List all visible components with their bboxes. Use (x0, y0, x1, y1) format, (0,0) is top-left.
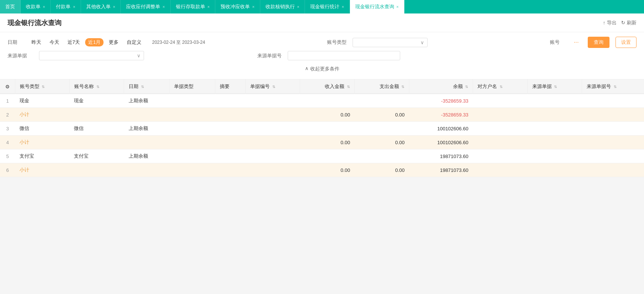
nav-other-income[interactable]: 其他收入单 × (81, 0, 121, 13)
date-cell (124, 108, 170, 122)
row-num-cell: 3 (0, 122, 15, 136)
close-icon[interactable]: × (162, 4, 165, 9)
date-7days[interactable]: 近7天 (65, 38, 83, 46)
source-doc-no-cell (582, 136, 644, 149)
export-icon: ↑ (603, 20, 606, 25)
gear-icon: ⚙ (5, 84, 10, 90)
col-settings[interactable]: ⚙ (0, 79, 15, 94)
collapse-bar[interactable]: ∧ 收起更多条件 (8, 63, 636, 75)
close-icon[interactable]: × (342, 4, 344, 9)
filter-row-1: 日期 昨天 今天 近7天 近1月 更多 自定义 2023-02-24 至 202… (8, 37, 636, 48)
close-icon[interactable]: × (73, 4, 75, 9)
nav-home[interactable]: 首页 (0, 0, 21, 13)
close-icon[interactable]: × (43, 4, 45, 9)
account-name-cell (69, 163, 124, 177)
refresh-button[interactable]: ↻ 刷新 (621, 19, 636, 26)
row-num-cell: 2 (0, 108, 15, 122)
col-income[interactable]: 收入金额 ⇅ (300, 79, 354, 94)
col-expense[interactable]: 支出金额 ⇅ (354, 79, 409, 94)
source-doc-label: 来源单据 (8, 52, 27, 59)
col-source-doc-no[interactable]: 来源单据号 ⇅ (582, 79, 644, 94)
filter-area: 日期 昨天 今天 近7天 近1月 更多 自定义 2023-02-24 至 202… (0, 32, 644, 79)
close-icon[interactable]: × (297, 4, 299, 9)
col-counterparty[interactable]: 对方户名 ⇅ (473, 79, 527, 94)
col-summary[interactable]: 摘要 (215, 79, 246, 94)
sort-icon: ⇅ (141, 85, 144, 89)
export-button[interactable]: ↑ 导出 (603, 19, 617, 26)
close-icon[interactable]: × (207, 4, 210, 9)
source-doc-cell (527, 94, 582, 108)
expense-cell: 0.00 (354, 136, 409, 149)
source-doc-select[interactable]: ∨ (39, 51, 144, 60)
account-type-select[interactable]: ∨ (353, 38, 428, 47)
date-cell (124, 163, 170, 177)
source-doc-cell (527, 122, 582, 136)
nav-receipt[interactable]: 收款单 × (21, 0, 51, 13)
refresh-icon: ↻ (621, 20, 625, 25)
date-custom[interactable]: 自定义 (124, 38, 144, 46)
account-name-cell: 支付宝 (69, 149, 124, 163)
date-yesterday[interactable]: 昨天 (29, 38, 44, 46)
counterparty-cell (473, 149, 527, 163)
col-account-name[interactable]: 账号名称 ⇅ (69, 79, 124, 94)
page-header: 现金银行流水查询 ↑ 导出 ↻ 刷新 (0, 13, 644, 32)
doc-type-cell (169, 149, 215, 163)
table-header: ⚙ 账号类型 ⇅ 账号名称 ⇅ 日期 ⇅ 单据类型 摘要 (0, 79, 644, 94)
sort-icon: ⇅ (500, 85, 503, 89)
settings-button[interactable]: 设置 (615, 37, 636, 48)
nav-adjustment[interactable]: 应收应付调整单 × (121, 0, 170, 13)
doc-no-cell (246, 163, 300, 177)
col-doc-no[interactable]: 单据编号 ⇅ (246, 79, 300, 94)
nav-cash-bank-stats[interactable]: 现金银行统计 × (305, 0, 350, 13)
nav-cash-bank-flow[interactable]: 现金银行流水查询 × (350, 0, 404, 13)
col-date[interactable]: 日期 ⇅ (124, 79, 170, 94)
doc-no-cell (246, 149, 300, 163)
row-num-cell: 1 (0, 94, 15, 108)
date-cell (124, 136, 170, 149)
account-name-cell: 现金 (69, 94, 124, 108)
close-icon[interactable]: × (113, 4, 115, 9)
col-balance[interactable]: 余额 ⇅ (409, 79, 473, 94)
account-type-cell: 现金 (15, 94, 69, 108)
table-area: ⚙ 账号类型 ⇅ 账号名称 ⇅ 日期 ⇅ 单据类型 摘要 (0, 79, 644, 177)
sort-icon: ⇅ (554, 85, 557, 89)
source-doc-no-cell (582, 108, 644, 122)
balance-cell: -3528659.33 (409, 94, 473, 108)
date-range-display: 2023-02-24 至 2023-03-24 (152, 39, 205, 46)
col-account-type[interactable]: 账号类型 ⇅ (15, 79, 69, 94)
date-more[interactable]: 更多 (106, 38, 122, 46)
summary-cell (215, 122, 246, 136)
source-doc-cell (527, 149, 582, 163)
nav-payment[interactable]: 付款单 × (51, 0, 81, 13)
query-button[interactable]: 查询 (588, 37, 609, 48)
source-doc-no-cell (582, 149, 644, 163)
col-doc-type[interactable]: 单据类型 (169, 79, 215, 94)
account-name-cell (69, 108, 124, 122)
date-label: 日期 (8, 39, 23, 46)
source-doc-num-input[interactable] (288, 51, 400, 60)
filter-row-2: 来源单据 ∨ 来源单据号 (8, 51, 636, 60)
balance-cell: 19871073.60 (409, 163, 473, 177)
expense-cell: 0.00 (354, 108, 409, 122)
account-more-button[interactable]: ··· (571, 39, 582, 46)
table-row: 3微信微信上期余额100102606.60 (0, 122, 644, 136)
nav-collection-exec[interactable]: 收款核销执行 × (260, 0, 305, 13)
sort-icon: ⇅ (347, 85, 350, 89)
close-icon[interactable]: × (252, 4, 254, 9)
nav-bank-deposit[interactable]: 银行存取款单 × (171, 0, 215, 13)
close-icon[interactable]: × (396, 4, 399, 9)
account-type-cell: 支付宝 (15, 149, 69, 163)
source-doc-no-cell (582, 122, 644, 136)
counterparty-cell (473, 108, 527, 122)
income-cell: 0.00 (300, 163, 354, 177)
table-row: 5支付宝支付宝上期余额19871073.60 (0, 149, 644, 163)
doc-type-cell (169, 136, 215, 149)
doc-type-cell (169, 122, 215, 136)
date-1month[interactable]: 近1月 (85, 38, 104, 46)
date-today[interactable]: 今天 (47, 38, 62, 46)
income-cell: 0.00 (300, 108, 354, 122)
nav-advance-offset[interactable]: 预收冲应收单 × (215, 0, 260, 13)
main-table: ⚙ 账号类型 ⇅ 账号名称 ⇅ 日期 ⇅ 单据类型 摘要 (0, 79, 644, 177)
col-source-doc[interactable]: 来源单据 ⇅ (527, 79, 582, 94)
source-doc-cell (527, 108, 582, 122)
